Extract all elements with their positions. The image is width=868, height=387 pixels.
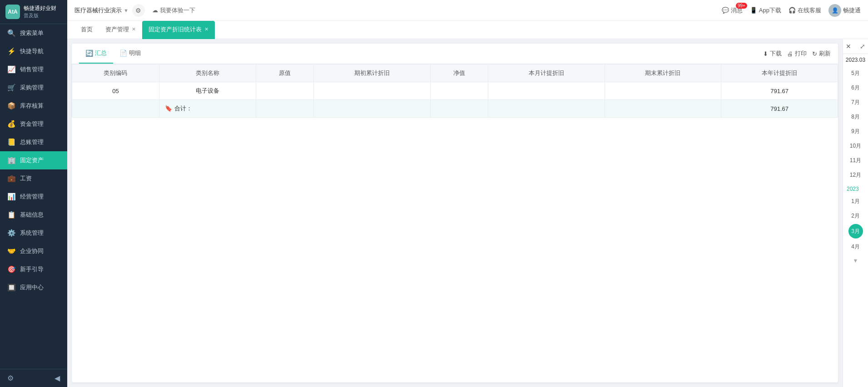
summary-label: 汇总	[95, 49, 107, 57]
year-2023-label: 2023	[843, 184, 868, 194]
sidebar-nav: 🔍搜索菜单⚡快捷导航📈销售管理🛒采购管理📦库存核算💰资金管理📒总账管理🏢固定资产…	[0, 24, 67, 369]
settings-icon[interactable]: ⚙	[7, 374, 14, 382]
main-area: 医疗器械行业演示 ▼ ⚙ ☁ 我要体验一下 💬 消息 99+ 📱 App下载 🎧…	[67, 0, 868, 387]
month-item[interactable]: 6月	[843, 80, 868, 95]
month-item-2月[interactable]: 2月	[843, 208, 868, 223]
month-item[interactable]: 12月	[843, 168, 868, 182]
tab-depreciation-report[interactable]: 固定资产折旧统计表 ✕	[142, 21, 215, 39]
sidebar-item-经营管理[interactable]: 📊经营管理	[0, 188, 67, 206]
total-ending-dep	[605, 100, 721, 118]
depreciation-tab-close-icon[interactable]: ✕	[204, 26, 208, 32]
app-name: 畅捷通好业财	[24, 5, 56, 12]
customer-service-btn[interactable]: 🎧 在线客服	[789, 6, 821, 15]
row-ending-dep	[605, 82, 721, 100]
message-badge: 99+	[736, 3, 747, 9]
tab-asset-management[interactable]: 资产管理 ✕	[99, 21, 142, 39]
sidebar-item-label: 销售管理	[20, 65, 44, 74]
total-monthly-dep	[488, 100, 605, 118]
col-annual-dep: 本年计提折旧	[721, 64, 838, 82]
collapse-icon[interactable]: ◀	[55, 374, 60, 382]
sidebar-item-工资[interactable]: 💼工资	[0, 169, 67, 188]
sidebar-icon: 📊	[7, 193, 15, 201]
sidebar-icon: 📒	[7, 138, 15, 146]
right-panel-header: ✕ ⤢	[843, 39, 868, 54]
month-item-3月[interactable]: 3月	[848, 224, 863, 238]
experience-label: 我要体验一下	[160, 6, 195, 15]
experience-btn[interactable]: ☁ 我要体验一下	[152, 6, 195, 15]
print-btn[interactable]: 🖨 打印	[787, 50, 807, 58]
sub-tab-summary[interactable]: 🔄 汇总	[79, 44, 113, 64]
sidebar-item-label: 库存核算	[20, 102, 44, 110]
message-btn[interactable]: 💬 消息 99+	[722, 6, 743, 15]
headset-icon: 🎧	[789, 7, 796, 14]
sidebar-item-label: 搜索菜单	[20, 29, 44, 37]
sub-tab-detail[interactable]: 📄 明细	[113, 44, 147, 64]
panel-expand-icon[interactable]: ⤢	[860, 43, 865, 50]
sub-tabs: 🔄 汇总 📄 明细	[79, 44, 147, 64]
page-content: 🔄 汇总 📄 明细 ⬇ 下载 🖨 打印	[67, 39, 868, 387]
sidebar-item-新手引导[interactable]: 🎯新手引导	[0, 260, 67, 278]
company-arrow-icon: ▼	[124, 8, 129, 13]
refresh-btn[interactable]: ↻ 刷新	[812, 50, 831, 58]
cloud-icon: ☁	[152, 7, 158, 14]
sidebar-item-系统管理[interactable]: ⚙️系统管理	[0, 224, 67, 242]
sidebar-icon: 📋	[7, 211, 15, 219]
download-btn[interactable]: ⬇ 下载	[763, 50, 782, 58]
row-net-value	[430, 82, 488, 100]
month-item[interactable]: 8月	[843, 109, 868, 124]
detail-label: 明细	[129, 49, 141, 57]
sidebar-icon: 🛒	[7, 84, 15, 92]
sidebar-item-总账管理[interactable]: 📒总账管理	[0, 133, 67, 151]
topbar: 医疗器械行业演示 ▼ ⚙ ☁ 我要体验一下 💬 消息 99+ 📱 App下载 🎧…	[67, 0, 868, 21]
month-item-4月[interactable]: 4月	[843, 239, 868, 254]
refresh-icon: ↻	[812, 50, 817, 57]
month-item-1月[interactable]: 1月	[843, 194, 868, 208]
month-item[interactable]: 7月	[843, 95, 868, 109]
download-icon: ⬇	[763, 50, 768, 57]
company-selector[interactable]: 医疗器械行业演示 ▼	[74, 6, 129, 15]
panel-scroll-down[interactable]: ▼	[843, 256, 868, 266]
detail-icon: 📄	[119, 50, 127, 57]
sidebar-icon: 📦	[7, 102, 15, 110]
avatar: 👤	[828, 4, 841, 17]
row-original	[256, 82, 314, 100]
col-initial-dep: 期初累计折旧	[314, 64, 431, 82]
total-text: 合计：	[174, 105, 192, 112]
month-item[interactable]: 9月	[843, 124, 868, 139]
month-item[interactable]: 10月	[843, 139, 868, 153]
sidebar-item-搜索菜单[interactable]: 🔍搜索菜单	[0, 24, 67, 42]
month-item[interactable]: 11月	[843, 153, 868, 168]
sidebar-item-label: 新手引导	[20, 265, 44, 273]
sidebar-item-资金管理[interactable]: 💰资金管理	[0, 115, 67, 133]
sidebar-item-快捷导航[interactable]: ⚡快捷导航	[0, 42, 67, 60]
tab-home[interactable]: 首页	[74, 21, 99, 39]
content-panel: 🔄 汇总 📄 明细 ⬇ 下载 🖨 打印	[72, 44, 838, 382]
sidebar-item-固定资产[interactable]: 🏢固定资产	[0, 151, 67, 169]
sidebar: AtA 畅捷通好业财 普及版 🔍搜索菜单⚡快捷导航📈销售管理🛒采购管理📦库存核算…	[0, 0, 67, 387]
app-download-label: App下载	[759, 6, 781, 15]
sidebar-item-库存核算[interactable]: 📦库存核算	[0, 97, 67, 115]
sidebar-item-label: 快捷导航	[20, 47, 44, 55]
sidebar-item-基础信息[interactable]: 📋基础信息	[0, 206, 67, 224]
total-label: 🔖 合计：	[159, 100, 256, 118]
sidebar-item-销售管理[interactable]: 📈销售管理	[0, 60, 67, 79]
topbar-settings-btn[interactable]: ⚙	[132, 4, 145, 17]
total-net-value	[430, 100, 488, 118]
logo-text: AtA	[8, 9, 17, 15]
sidebar-icon: 🎯	[7, 265, 15, 273]
user-area[interactable]: 👤 畅捷通	[828, 4, 861, 17]
sidebar-item-应用中心[interactable]: 🔲应用中心	[0, 278, 67, 297]
app-logo: AtA 畅捷通好业财 普及版	[0, 0, 67, 24]
sidebar-item-企业协同[interactable]: 🤝企业协同	[0, 242, 67, 260]
app-download-btn[interactable]: 📱 App下载	[750, 6, 781, 15]
right-panel: ✕ ⤢ 2023.03 5月6月7月8月9月10月11月12月 2023 1月2…	[843, 39, 868, 387]
app-name-block: 畅捷通好业财 普及版	[24, 5, 56, 19]
sidebar-item-采购管理[interactable]: 🛒采购管理	[0, 79, 67, 97]
table-wrapper: 类别编码 类别名称 原值 期初累计折旧 净值 本月计提折旧 期末累计折旧 本年计…	[72, 64, 838, 382]
col-name: 类别名称	[159, 64, 256, 82]
panel-close-icon[interactable]: ✕	[846, 43, 851, 50]
asset-tab-close-icon[interactable]: ✕	[132, 26, 136, 32]
month-item[interactable]: 5月	[843, 66, 868, 80]
col-monthly-dep: 本月计提折旧	[488, 64, 605, 82]
sidebar-item-label: 采购管理	[20, 84, 44, 92]
